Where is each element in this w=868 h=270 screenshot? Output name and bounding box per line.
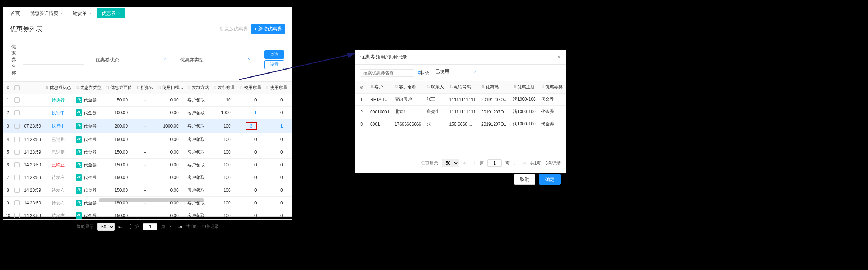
checkbox-all[interactable] — [14, 85, 20, 90]
filter-status-label: 优惠券状态 — [96, 57, 119, 63]
dialog-title: 优惠券领用/使用记录 — [360, 54, 407, 61]
dlg-column-header[interactable]: ⇅优惠券类 — [539, 81, 566, 94]
table-row[interactable]: 307 23:59执行中代代金券200.00--1000.00客户领取10031… — [3, 119, 292, 133]
column-header[interactable]: ⇅操作 — [289, 82, 292, 94]
table-row[interactable]: 1待执行代代金券50.00--0.00客户领取1000⎋▦ — [3, 94, 292, 107]
tab-coupon[interactable]: 优惠券× — [97, 8, 125, 18]
tab-detail[interactable]: 优惠券详情页× — [25, 8, 68, 18]
table-row[interactable]: 814 23:59待发布代代金券150.00--0.00客户领取10000⎋▦ — [3, 184, 292, 197]
row-checkbox[interactable] — [14, 162, 20, 167]
dlg-column-header[interactable]: ⇅优惠码 — [479, 81, 511, 94]
dlg-status-label: 状态 — [420, 70, 429, 76]
table-row[interactable]: 714 23:59待发布代代金券150.00--0.00客户领取10000⎋▦ — [3, 171, 292, 184]
row-checkbox[interactable] — [14, 188, 20, 193]
settings-button[interactable]: 设置 — [264, 60, 284, 69]
row-checkbox[interactable] — [14, 150, 20, 155]
table-row[interactable]: 414 23:59已过期代代金券150.00--0.00客户领取10000⎋▦ — [3, 133, 292, 146]
claimed-link[interactable]: 1 — [254, 110, 257, 115]
per-page-select[interactable]: 50 — [97, 223, 115, 231]
dlg-row[interactable]: 3000117666666666张156 6666 ...20191207O..… — [355, 118, 566, 130]
cancel-button[interactable]: 取消 — [514, 174, 535, 185]
column-header[interactable]: ⇅领用数量 — [237, 82, 263, 94]
filter-name-label: 优惠券名称 — [11, 43, 19, 76]
status-select[interactable] — [123, 55, 168, 65]
table-row[interactable]: 514 23:59已过期代代金券150.00--0.00客户领取10000⎋▦ — [3, 146, 292, 159]
used-link[interactable]: 1 — [280, 124, 283, 129]
row-checkbox[interactable] — [14, 97, 20, 103]
column-header[interactable]: ⇅折扣% — [134, 82, 156, 94]
coupon-list-panel: 首页 优惠券详情页× 销货单× 优惠券× 优惠券列表 ⎘ 发放优惠券 + 新增优… — [3, 7, 292, 217]
dlg-column-header[interactable]: ⇅客户... — [368, 81, 393, 94]
column-header[interactable]: ⇅优惠券面值 — [104, 82, 134, 94]
filter-type-label: 优惠券类型 — [180, 57, 204, 63]
dlg-row[interactable]: 200010001北京1唐先生1111111111120191207O...满1… — [355, 106, 566, 118]
tab-bar: 首页 优惠券详情页× 销货单× 优惠券× — [3, 7, 292, 20]
claimed-link[interactable]: 3 — [250, 124, 253, 129]
filter-bar: 优惠券名称 优惠券状态 优惠券类型 查询 设置 — [3, 38, 292, 82]
horizontal-scrollbar[interactable] — [99, 198, 204, 202]
column-header[interactable]: ⇅发行数量 — [211, 82, 237, 94]
add-coupon-button[interactable]: + 新增优惠券 — [251, 24, 285, 34]
dlg-column-header[interactable]: ⇅电话号码 — [447, 81, 479, 94]
dlg-total: 共1页，3条记录 — [530, 160, 561, 166]
page-input[interactable] — [143, 223, 157, 230]
table-row[interactable]: 1014 23:59待发布代代金券150.00--0.00客户领取10000⎋▦ — [3, 209, 292, 220]
column-header[interactable]: ⇅发放方式 — [185, 82, 211, 94]
coupon-name-input[interactable] — [23, 55, 84, 65]
next-page-button[interactable]: 〉 — [169, 224, 174, 230]
issue-coupon-button[interactable]: ⎘ 发放优惠券 — [220, 26, 248, 32]
last-page-button[interactable]: ⇥ — [178, 224, 182, 230]
usage-record-dialog: 优惠券领用/使用记录 × ⚲ 状态 已使用 ⚙⇅客户...⇅客户名称⇅联系人⇅电… — [355, 50, 566, 173]
dlg-last-button[interactable]: ⇥ — [522, 160, 526, 166]
search-button[interactable]: 查询 — [264, 50, 284, 59]
table-row[interactable]: 614 23:59已终止代代金券150.00--0.00客户领取10000⎋▦ — [3, 159, 292, 171]
page-total: 共1页，49条记录 — [186, 224, 219, 230]
dialog-pagination: 每页显示 50 ⇤ 〈 第 页 〉 ⇥ 共1页，3条记录 — [355, 156, 566, 170]
row-checkbox[interactable] — [14, 200, 20, 205]
close-icon[interactable]: × — [558, 54, 561, 61]
ok-button[interactable]: 确定 — [539, 174, 561, 185]
dlg-column-header[interactable]: ⇅优惠主题 — [511, 81, 539, 94]
dlg-column-header[interactable]: ⇅客户名称 — [393, 81, 425, 94]
dlg-row[interactable]: 1RETAIL...零散客户张三1111111111120191207O...满… — [355, 94, 566, 106]
column-header[interactable]: ⇅使用数量 — [263, 82, 289, 94]
type-select[interactable] — [207, 55, 253, 65]
row-checkbox[interactable] — [14, 175, 20, 180]
gear-icon[interactable]: ⚙ — [3, 82, 12, 94]
dlg-per-select[interactable]: 50 — [442, 159, 459, 167]
dlg-page-input[interactable] — [487, 159, 502, 167]
dlg-status-select[interactable]: 已使用 — [435, 68, 479, 78]
dlg-first-button[interactable]: ⇤ — [463, 160, 467, 166]
search-input[interactable] — [363, 70, 418, 75]
table-row[interactable]: 2执行中代代金券100.00--0.00客户领取100010⎋▦ — [3, 107, 292, 119]
page-title: 优惠券列表 — [10, 25, 42, 33]
search-input-wrap: ⚲ — [360, 69, 414, 77]
pagination: 每页显示 50 ⇤ 〈 第 页 〉 ⇥ 共1页，49条记录 — [3, 219, 292, 234]
row-checkbox[interactable] — [14, 137, 20, 142]
tab-home[interactable]: 首页 — [5, 8, 25, 18]
close-icon[interactable]: × — [118, 8, 120, 18]
row-checkbox[interactable] — [14, 110, 20, 115]
gear-icon[interactable]: ⚙ — [355, 81, 368, 94]
per-page-label: 每页显示 — [76, 224, 94, 230]
column-header[interactable]: ⇅优惠券状态 — [43, 82, 73, 94]
first-page-button[interactable]: ⇤ — [118, 224, 123, 230]
prev-page-button[interactable]: 〈 — [126, 224, 131, 230]
column-header[interactable]: ⇅使用门槛... — [156, 82, 185, 94]
close-icon[interactable]: × — [60, 8, 63, 18]
row-checkbox[interactable] — [14, 213, 20, 218]
dlg-next-button[interactable]: 〉 — [513, 160, 518, 166]
row-checkbox[interactable] — [14, 124, 20, 129]
title-bar: 优惠券列表 ⎘ 发放优惠券 + 新增优惠券 — [3, 20, 292, 38]
close-icon[interactable]: × — [89, 8, 91, 18]
dlg-column-header[interactable]: ⇅联系人 — [424, 81, 447, 94]
tab-sales[interactable]: 销货单× — [68, 8, 96, 18]
dlg-prev-button[interactable]: 〈 — [471, 160, 476, 166]
column-header[interactable]: ⇅优惠券类型 — [73, 82, 104, 94]
